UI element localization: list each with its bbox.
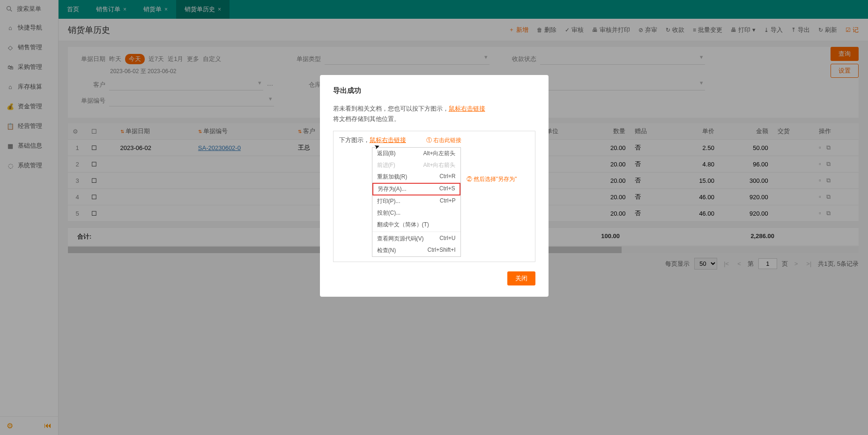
ctx-item: 前进(F)Alt+向右箭头 xyxy=(372,159,460,171)
ctx-item: 投射(C)... xyxy=(372,207,460,219)
modal-overlay[interactable]: 导出成功 若未看到相关文档，您也可以按下方图示，鼠标右击链接 将文档存储到其他位… xyxy=(0,0,868,435)
note-1: ① 右击此链接 xyxy=(426,137,461,143)
ctx-item: 另存为(A)...Ctrl+S xyxy=(372,183,460,195)
note-2: ② 然后选择"另存为" xyxy=(467,175,517,183)
ctx-item: 检查(N)Ctrl+Shift+I xyxy=(372,245,460,256)
ctx-item: 重新加载(R)Ctrl+R xyxy=(372,171,460,183)
ctx-item: 打印(P)...Ctrl+P xyxy=(372,195,460,207)
close-button[interactable]: 关闭 xyxy=(507,271,535,285)
ctx-item: 查看网页源代码(V)Ctrl+U xyxy=(372,233,460,245)
right-click-link[interactable]: 鼠标右击链接 xyxy=(449,105,485,112)
ctx-item: 返回(B)Alt+向左箭头 xyxy=(372,148,460,159)
modal-text: 若未看到相关文档，您也可以按下方图示，鼠标右击链接 将文档存储到其他位置。 xyxy=(333,104,535,124)
export-success-modal: 导出成功 若未看到相关文档，您也可以按下方图示，鼠标右击链接 将文档存储到其他位… xyxy=(320,75,549,297)
ctx-item: 翻成中文（简体）(T) xyxy=(372,219,460,231)
modal-title: 导出成功 xyxy=(333,86,535,95)
context-menu-illustration: 返回(B)Alt+向左箭头前进(F)Alt+向右箭头重新加载(R)Ctrl+R另… xyxy=(372,147,461,257)
help-illustration: 下方图示，鼠标右击链接 ➤ ① 右击此链接 返回(B)Alt+向左箭头前进(F)… xyxy=(333,131,535,262)
